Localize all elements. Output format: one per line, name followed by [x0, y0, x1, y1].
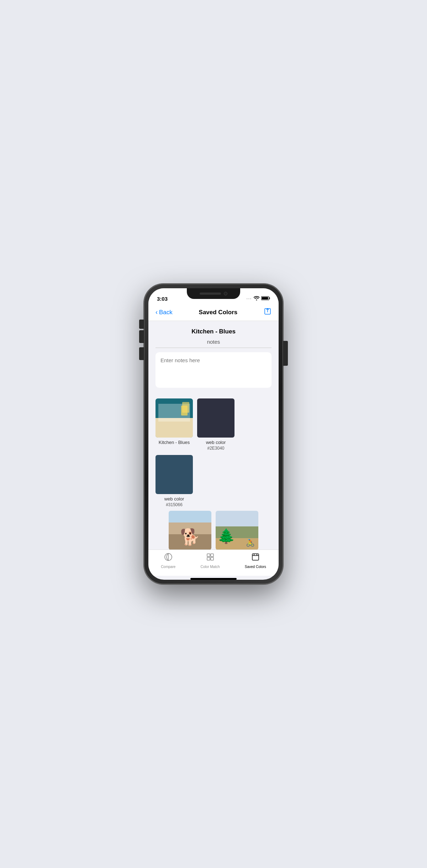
swatch-label-315066: web color — [164, 496, 184, 502]
dog-image — [169, 511, 211, 550]
collection-name: Kitchen - Blues — [191, 328, 236, 335]
tab-compare-label: Compare — [161, 565, 175, 569]
svg-rect-9 — [252, 554, 259, 560]
battery-icon — [261, 295, 270, 302]
tab-compare[interactable]: Compare — [161, 553, 175, 569]
svg-rect-8 — [211, 557, 214, 560]
tab-saved-colors[interactable]: Saved Colors — [245, 553, 266, 569]
swatches-grid: Kitchen - Blues web color #2E3040 web co… — [148, 395, 279, 511]
tab-bar: Compare Color Match — [148, 550, 279, 576]
images-row: image image — [148, 511, 279, 550]
swatch-item-2e3040[interactable]: web color #2E3040 — [197, 398, 234, 451]
tab-color-match[interactable]: Color Match — [201, 553, 220, 569]
swatch-sublabel-315066: #315066 — [166, 502, 183, 507]
collection-header: Kitchen - Blues — [148, 321, 279, 339]
phone-frame: 3:03 ··· ‹ Back Saved Colors — [144, 284, 283, 584]
color-match-icon — [206, 553, 215, 563]
image-item-dog[interactable]: image — [169, 511, 211, 550]
nav-title: Saved Colors — [199, 309, 238, 316]
notch — [187, 288, 240, 299]
kitchen-image — [155, 398, 193, 438]
mute-button[interactable] — [139, 320, 144, 329]
tab-saved-colors-label: Saved Colors — [245, 565, 266, 569]
back-chevron-icon: ‹ — [155, 309, 158, 316]
color-swatch-315066 — [155, 455, 193, 494]
image-item-forest[interactable]: image — [216, 511, 258, 550]
volume-down-button[interactable] — [139, 347, 144, 360]
swatch-label-kitchen: Kitchen - Blues — [159, 440, 190, 445]
status-icons: ··· — [247, 295, 270, 302]
back-label: Back — [159, 309, 173, 316]
power-button[interactable] — [283, 341, 288, 366]
forest-image — [216, 511, 258, 550]
notes-section: notes — [148, 339, 279, 395]
swatch-item-315066[interactable]: web color #315066 — [155, 455, 193, 507]
swatch-label-2e3040: web color — [206, 440, 226, 445]
home-indicator[interactable] — [190, 578, 237, 580]
compare-icon — [164, 553, 173, 563]
signal-dots-icon: ··· — [247, 296, 252, 301]
scroll-content[interactable]: Kitchen - Blues notes — [148, 321, 279, 550]
notes-label: notes — [155, 339, 272, 345]
svg-rect-1 — [269, 298, 270, 299]
svg-rect-5 — [207, 554, 210, 557]
status-time: 3:03 — [157, 296, 168, 302]
svg-rect-7 — [207, 557, 210, 560]
svg-rect-2 — [262, 297, 268, 300]
saved-colors-icon — [251, 553, 260, 563]
volume-up-button[interactable] — [139, 330, 144, 343]
phone-screen: 3:03 ··· ‹ Back Saved Colors — [148, 288, 279, 580]
color-swatch-2e3040 — [197, 398, 234, 438]
back-button[interactable]: ‹ Back — [155, 309, 173, 316]
navigation-bar: ‹ Back Saved Colors — [148, 304, 279, 321]
tab-color-match-label: Color Match — [201, 565, 220, 569]
swatch-item-kitchen[interactable]: Kitchen - Blues — [155, 398, 193, 451]
wifi-icon — [254, 295, 259, 302]
notes-input[interactable] — [155, 352, 272, 388]
share-button[interactable] — [264, 307, 272, 317]
notes-divider — [155, 348, 272, 348]
speaker — [200, 293, 221, 295]
kitchen-room-img — [155, 398, 193, 438]
svg-rect-6 — [211, 554, 214, 557]
camera — [224, 292, 227, 295]
swatch-sublabel-2e3040: #2E3040 — [207, 446, 224, 451]
